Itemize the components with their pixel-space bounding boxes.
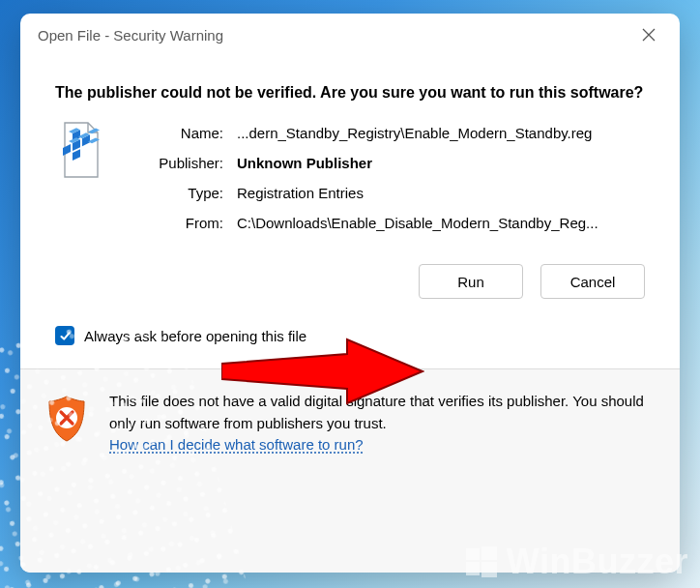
security-warning-dialog: Open File - Security Warning The publish… [20, 14, 680, 573]
help-link[interactable]: How can I decide what software to run? [109, 436, 364, 453]
name-value: ...dern_Standby_Registry\Enable_Modern_S… [237, 125, 645, 141]
cancel-button[interactable]: Cancel [540, 264, 645, 299]
run-button[interactable]: Run [419, 264, 523, 299]
close-button[interactable] [631, 20, 666, 49]
type-label: Type: [127, 185, 223, 201]
window-title: Open File - Security Warning [38, 27, 223, 44]
publisher-value: Unknown Publisher [237, 155, 645, 171]
from-value: C:\Downloads\Enable_Disable_Modern_Stand… [237, 215, 645, 231]
from-label: From: [127, 215, 223, 231]
check-icon [59, 330, 72, 342]
warning-heading: The publisher could not be verified. Are… [55, 81, 645, 103]
always-ask-label: Always ask before opening this file [84, 328, 306, 344]
footer: This file does not have a valid digital … [20, 368, 680, 573]
file-info-grid: Name: ...dern_Standby_Registry\Enable_Mo… [55, 125, 645, 231]
close-icon [642, 28, 656, 42]
desktop-background: Open File - Security Warning The publish… [0, 0, 700, 588]
reg-file-icon [55, 121, 105, 181]
always-ask-row[interactable]: Always ask before opening this file [20, 299, 680, 368]
footer-message: This file does not have a valid digital … [109, 393, 644, 431]
publisher-label: Publisher: [127, 155, 223, 171]
shield-warning-icon [45, 395, 88, 443]
type-value: Registration Entries [237, 185, 645, 201]
dialog-button-row: Run Cancel [20, 231, 680, 299]
titlebar: Open File - Security Warning [20, 14, 680, 56]
name-label: Name: [127, 125, 223, 141]
footer-text: This file does not have a valid digital … [109, 391, 645, 456]
always-ask-checkbox[interactable] [55, 326, 74, 345]
